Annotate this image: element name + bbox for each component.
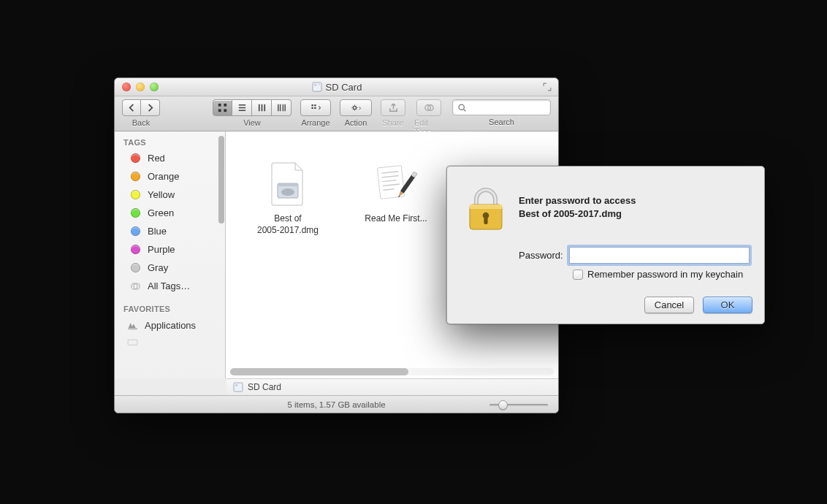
edit-tags-group: Edit Tags [414,99,443,136]
column-view-button[interactable] [252,99,272,116]
svg-rect-26 [235,384,237,386]
back-forward-group: Back [122,99,160,127]
search-label: Search [489,118,514,126]
tag-label: Blue [148,226,167,237]
applications-icon [126,319,139,332]
svg-rect-17 [128,328,137,329]
svg-rect-7 [311,104,313,106]
toolbar: Back View Arrange Action Share Edit T [115,96,558,131]
titlebar[interactable]: SD Card [115,78,558,96]
status-text: 5 items, 1.57 GB available [287,400,385,409]
list-view-button[interactable] [232,99,252,116]
cancel-button[interactable]: Cancel [644,297,694,313]
dialog-buttons: Cancel OK [644,297,752,313]
dot-icon [131,190,140,199]
tag-orange[interactable]: Orange [115,167,225,186]
rtf-icon [373,161,419,207]
tags-header: TAGS [115,136,225,149]
window-title-text: SD Card [326,82,362,93]
tag-label: Gray [148,262,168,273]
favorite-applications[interactable]: Applications [115,316,225,335]
tag-label: Green [148,207,174,218]
share-group: Share [381,99,405,127]
sidebar: TAGS Red Orange Yellow Green Blue Purple… [115,131,226,378]
ok-button[interactable]: OK [703,297,752,313]
fullscreen-icon[interactable] [542,82,552,92]
favorites-header: FAVORITES [115,302,225,316]
dialog-message: Enter password to accessBest of 2005-201… [519,194,750,220]
dot-icon [131,263,140,272]
search-group: Search [452,99,551,126]
dot-icon [131,226,140,236]
path-location: SD Card [248,382,281,392]
dot-icon [131,245,140,254]
view-label: View [243,118,261,127]
search-field[interactable] [452,99,551,115]
svg-rect-9 [314,104,316,106]
tag-purple[interactable]: Purple [115,240,225,259]
tag-label: Yellow [148,189,175,200]
window-title: SD Card [115,81,558,93]
svg-rect-5 [218,109,221,112]
share-label: Share [382,118,403,127]
arrange-label: Arrange [301,118,329,127]
remember-label: Remember password in my keychain [587,269,743,280]
edit-tags-button[interactable] [416,99,441,116]
svg-rect-8 [311,107,313,109]
svg-rect-25 [234,383,243,392]
action-group: Action [340,99,372,127]
svg-point-14 [459,104,464,110]
remember-row[interactable]: Remember password in my keychain [573,269,743,280]
arrange-group: Arrange [300,99,331,127]
svg-rect-3 [218,104,221,107]
tag-label: Red [148,153,165,164]
lock-icon [465,187,507,236]
file-label: Read Me First... [365,213,427,225]
coverflow-view-button[interactable] [272,99,291,116]
all-tags-icon [131,281,140,291]
password-dialog: Enter password to accessBest of 2005-201… [446,166,765,324]
icon-size-slider[interactable] [489,402,548,408]
arrange-button[interactable] [300,99,331,116]
tag-gray[interactable]: Gray [115,259,225,277]
dmg-icon [265,161,310,207]
svg-rect-31 [484,217,487,224]
tag-label: Orange [148,171,179,182]
favorite-truncated[interactable] [115,335,225,353]
volume-icon [311,81,323,93]
svg-rect-6 [224,109,226,112]
icon-view-button[interactable] [213,99,232,116]
dot-icon [131,172,140,181]
back-button[interactable] [122,99,141,116]
password-row: Password: [519,247,750,264]
share-button[interactable] [381,99,405,116]
all-tags[interactable]: All Tags… [115,277,225,295]
forward-button[interactable] [141,99,160,116]
file-item-rtf[interactable]: Read Me First... [356,161,436,236]
svg-rect-1 [314,84,316,86]
drive-icon [126,337,139,349]
svg-rect-20 [278,183,298,186]
action-label: Action [345,118,367,127]
password-input[interactable] [569,247,750,264]
tag-blue[interactable]: Blue [115,222,225,240]
sidebar-scrollbar[interactable] [218,136,224,224]
remember-checkbox[interactable] [573,270,583,280]
svg-rect-0 [313,83,321,91]
file-item-dmg[interactable]: Best of2005-2017.dmg [248,161,328,236]
slider-knob[interactable] [498,400,508,410]
svg-rect-10 [314,107,316,109]
back-label: Back [132,118,150,127]
scrollbar-thumb[interactable] [230,368,408,375]
pathbar[interactable]: SD Card [226,378,558,395]
tag-green[interactable]: Green [115,204,225,222]
svg-rect-4 [224,104,226,107]
tag-red[interactable]: Red [115,149,225,167]
tag-yellow[interactable]: Yellow [115,186,225,204]
search-icon [457,103,467,112]
horizontal-scrollbar[interactable] [230,368,554,375]
dot-icon [131,208,140,218]
action-button[interactable] [340,99,372,116]
statusbar: 5 items, 1.57 GB available [115,395,558,413]
all-tags-label: All Tags… [148,280,190,291]
